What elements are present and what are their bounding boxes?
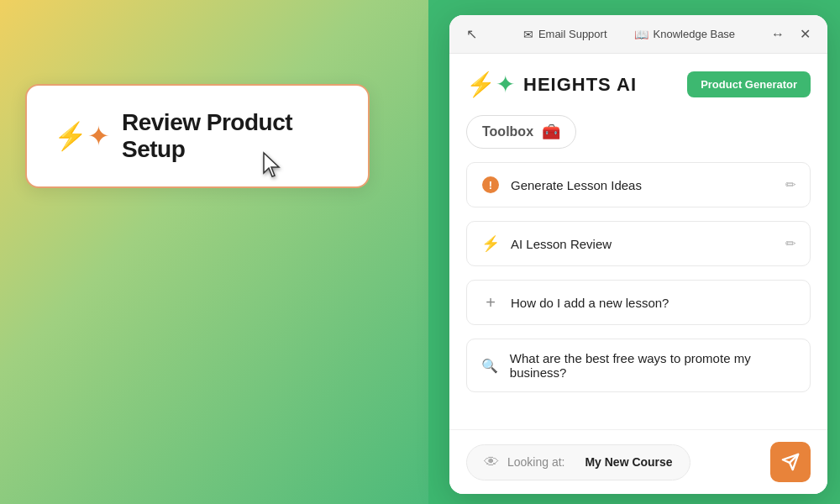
back-icon: ↖ bbox=[466, 26, 477, 42]
toolbox-pill[interactable]: Toolbox 🧰 bbox=[466, 115, 811, 149]
tool-item-left-4: 🔍 What are the best free ways to promote… bbox=[480, 351, 796, 380]
background-gradient bbox=[0, 0, 428, 504]
tool-item-left: ! Generate Lesson Ideas bbox=[480, 175, 642, 195]
review-product-setup-card[interactable]: ⚡✦ Review Product Setup bbox=[25, 84, 370, 188]
expand-button[interactable]: ↔ bbox=[768, 24, 788, 45]
panel-body: ⚡✦ HEIGHTS AI Product Generator Toolbox … bbox=[449, 54, 827, 429]
course-name: My New Course bbox=[585, 455, 672, 469]
review-card-title: Review Product Setup bbox=[122, 109, 341, 163]
svg-text:⚡: ⚡ bbox=[481, 234, 500, 253]
tool-generate-lesson-ideas[interactable]: ! Generate Lesson Ideas ✏ bbox=[466, 162, 811, 207]
knowledge-base-label: Knowledge Base bbox=[654, 28, 736, 40]
generate-lesson-edit-icon[interactable]: ✏ bbox=[785, 177, 796, 192]
tool-ai-lesson-review[interactable]: ⚡ AI Lesson Review ✏ bbox=[466, 221, 811, 266]
product-generator-button[interactable]: Product Generator bbox=[687, 71, 811, 97]
topbar-actions: ↔ ✕ bbox=[768, 23, 814, 45]
send-button[interactable] bbox=[770, 442, 811, 482]
book-icon: 📖 bbox=[634, 28, 648, 41]
email-support-nav[interactable]: ✉ Email Support bbox=[512, 23, 619, 46]
brand-logo: ⚡✦ HEIGHTS AI bbox=[466, 71, 637, 98]
ai-panel: ↖ ✉ Email Support 📖 Knowledge Base ↔ ✕ bbox=[449, 15, 827, 494]
tool-item-left-2: ⚡ AI Lesson Review bbox=[480, 234, 612, 254]
add-lesson-label: How do I add a new lesson? bbox=[511, 296, 669, 310]
close-button[interactable]: ✕ bbox=[796, 23, 814, 45]
brand-icon: ⚡✦ bbox=[466, 71, 515, 98]
mouse-cursor bbox=[260, 151, 284, 178]
search-icon: 🔍 bbox=[480, 355, 500, 375]
tool-promote-business[interactable]: 🔍 What are the best free ways to promote… bbox=[466, 339, 811, 392]
close-icon: ✕ bbox=[800, 26, 811, 42]
ai-lesson-label: AI Lesson Review bbox=[511, 237, 612, 251]
tool-item-left-3: + How do I add a new lesson? bbox=[480, 292, 669, 312]
brand-header: ⚡✦ HEIGHTS AI Product Generator bbox=[466, 71, 811, 98]
promote-business-label: What are the best free ways to promote m… bbox=[510, 351, 796, 380]
looking-at-label: Looking at: bbox=[507, 455, 565, 469]
review-card-icon: ⚡✦ bbox=[54, 120, 110, 152]
expand-icon: ↔ bbox=[771, 27, 785, 42]
knowledge-base-nav[interactable]: 📖 Knowledge Base bbox=[622, 23, 748, 46]
tool-add-new-lesson[interactable]: + How do I add a new lesson? bbox=[466, 280, 811, 325]
looking-at-pill: 👁 Looking at: My New Course bbox=[466, 444, 690, 480]
panel-bottom: 👁 Looking at: My New Course bbox=[449, 429, 827, 494]
topbar-nav: ✉ Email Support 📖 Knowledge Base bbox=[491, 23, 768, 46]
ai-lesson-icon: ⚡ bbox=[480, 234, 501, 254]
eye-icon: 👁 bbox=[484, 454, 499, 471]
generate-lesson-label: Generate Lesson Ideas bbox=[511, 178, 642, 192]
email-icon: ✉ bbox=[523, 28, 533, 41]
email-support-label: Email Support bbox=[538, 28, 607, 40]
generate-lesson-icon: ! bbox=[480, 175, 501, 195]
panel-topbar: ↖ ✉ Email Support 📖 Knowledge Base ↔ ✕ bbox=[449, 15, 827, 54]
toolbox-icon: 🧰 bbox=[542, 123, 560, 141]
add-lesson-icon: + bbox=[480, 292, 501, 312]
brand-name: HEIGHTS AI bbox=[523, 74, 637, 96]
toolbox-label: Toolbox bbox=[482, 124, 533, 139]
svg-text:!: ! bbox=[489, 179, 492, 192]
back-button[interactable]: ↖ bbox=[463, 23, 480, 45]
ai-lesson-edit-icon[interactable]: ✏ bbox=[785, 236, 796, 251]
